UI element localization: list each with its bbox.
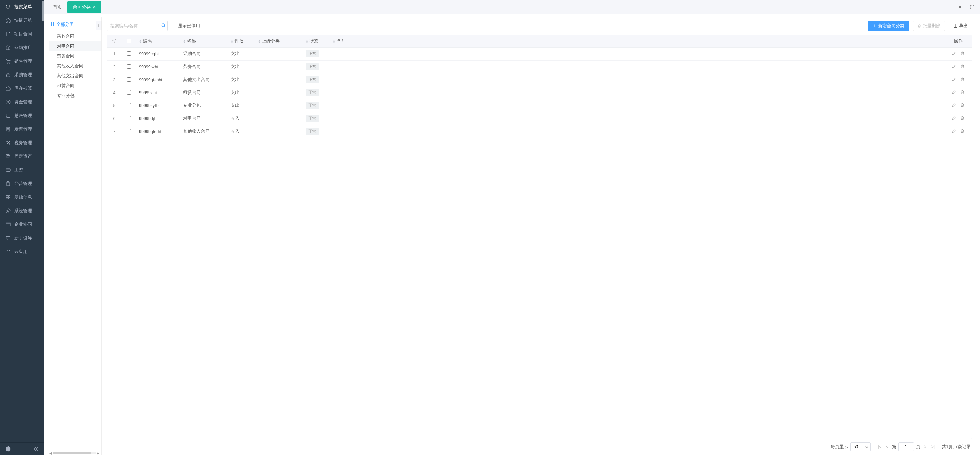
sidebar-item-baseinfo[interactable]: 基础信息 <box>0 190 44 204</box>
category-item[interactable]: 其他支出合同 <box>49 71 102 81</box>
receipt-icon <box>5 127 11 132</box>
row-checkbox[interactable] <box>127 129 131 133</box>
sidebar-collapse-button[interactable] <box>33 446 39 452</box>
category-horizontal-scrollbar[interactable]: ◀ ▶ <box>47 451 102 455</box>
row-checkbox[interactable] <box>127 103 131 108</box>
add-category-button[interactable]: 新增合同分类 <box>868 21 909 31</box>
select-all-checkbox[interactable] <box>127 39 131 43</box>
table-row[interactable]: 599999zyfb专业分包支出正常 <box>107 99 972 112</box>
sidebar-item-quicknav[interactable]: 快捷导航 <box>0 14 44 27</box>
category-item[interactable]: 采购合同 <box>49 32 102 41</box>
export-button[interactable]: 导出 <box>949 21 972 31</box>
search-icon[interactable] <box>161 23 166 29</box>
last-page-button[interactable]: >| <box>930 444 937 449</box>
scroll-right-icon[interactable]: ▶ <box>96 451 100 455</box>
sidebar-item-operation[interactable]: 经营管理 <box>0 177 44 190</box>
sidebar-item-guide[interactable]: 新手引导 <box>0 231 44 245</box>
table-row[interactable]: 799999qtsrht其他收入合同收入正常 <box>107 125 972 138</box>
cell-nature: 支出 <box>227 99 255 112</box>
column-header-nature[interactable]: ▲▼性质 <box>227 35 255 48</box>
delete-button[interactable] <box>960 64 965 70</box>
show-disabled-checkbox[interactable]: 显示已停用 <box>172 23 200 29</box>
sidebar-item-procurement[interactable]: 采购管理 <box>0 68 44 82</box>
cell-remark <box>329 125 945 138</box>
row-checkbox[interactable] <box>127 51 131 56</box>
table-row[interactable]: 199999cght采购合同支出正常 <box>107 48 972 60</box>
row-checkbox[interactable] <box>127 77 131 82</box>
sidebar-item-funds[interactable]: 资金管理 <box>0 95 44 109</box>
edit-button[interactable] <box>952 51 956 57</box>
coin-icon <box>5 99 11 105</box>
prev-page-button[interactable]: < <box>885 444 890 449</box>
sidebar-item-label: 搜索菜单 <box>14 4 32 10</box>
first-page-button[interactable]: |< <box>876 444 883 449</box>
cell-nature: 收入 <box>227 112 255 125</box>
row-checkbox[interactable] <box>127 64 131 69</box>
cell-parent <box>255 60 302 73</box>
column-header-parent[interactable]: ▲▼上级分类 <box>255 35 302 48</box>
sidebar-item-salary[interactable]: 工资 <box>0 163 44 177</box>
sidebar-item-assets[interactable]: 固定资产 <box>0 150 44 163</box>
panel-collapse-button[interactable] <box>95 21 102 30</box>
close-all-tabs-button[interactable] <box>955 2 964 12</box>
sidebar-item-invoice[interactable]: 发票管理 <box>0 122 44 136</box>
tab-contract-category[interactable]: 合同分类 ✕ <box>67 2 102 13</box>
delete-button[interactable] <box>960 90 965 95</box>
sidebar-item-project-contract[interactable]: 项目合同 <box>0 27 44 41</box>
sidebar-item-tax[interactable]: 税务管理 <box>0 136 44 150</box>
table-row[interactable]: 299999lwht劳务合同支出正常 <box>107 60 972 73</box>
settings-button[interactable] <box>5 446 11 452</box>
sidebar-item-sales[interactable]: 销售管理 <box>0 54 44 68</box>
cell-remark <box>329 73 945 86</box>
sidebar-item-label: 销售管理 <box>14 58 32 64</box>
tab-close-icon[interactable]: ✕ <box>92 5 96 10</box>
sidebar-scrollbar[interactable] <box>41 1 44 21</box>
category-item[interactable]: 专业分包 <box>49 91 102 101</box>
sidebar-item-search[interactable]: 搜索菜单 <box>0 0 44 14</box>
column-header-name[interactable]: ▲▼名称 <box>180 35 227 48</box>
sidebar-item-marketing[interactable]: 营销推广 <box>0 41 44 54</box>
column-header-code[interactable]: ▲▼编码 <box>135 35 180 48</box>
edit-button[interactable] <box>952 116 956 121</box>
delete-button[interactable] <box>960 116 965 121</box>
next-page-button[interactable]: > <box>923 444 928 449</box>
delete-button[interactable] <box>960 128 965 134</box>
table-row[interactable]: 699999djht对甲合同收入正常 <box>107 112 972 125</box>
edit-button[interactable] <box>952 103 956 108</box>
sidebar-item-ledger[interactable]: 总账管理 <box>0 109 44 122</box>
edit-button[interactable] <box>952 77 956 82</box>
delete-button[interactable] <box>960 51 965 57</box>
sidebar-item-system[interactable]: 系统管理 <box>0 204 44 218</box>
tab-home[interactable]: 首页 <box>48 2 67 13</box>
tab-label: 首页 <box>53 4 62 10</box>
edit-button[interactable] <box>952 128 956 134</box>
page-size-select[interactable]: 50 <box>850 442 871 451</box>
window-icon <box>5 222 11 227</box>
category-item[interactable]: 劳务合同 <box>49 51 102 61</box>
edit-button[interactable] <box>952 64 956 70</box>
category-item[interactable]: 其他收入合同 <box>49 61 102 71</box>
fullscreen-button[interactable] <box>967 2 977 12</box>
search-input[interactable] <box>107 21 168 31</box>
svg-rect-8 <box>6 155 9 157</box>
sidebar-item-cloud[interactable]: 云应用 <box>0 245 44 258</box>
category-item[interactable]: 租赁合同 <box>49 81 102 91</box>
delete-button[interactable] <box>960 103 965 108</box>
table-row[interactable]: 399999qtzhht其他支出合同支出正常 <box>107 73 972 86</box>
table-row[interactable]: 499999zlht租赁合同支出正常 <box>107 86 972 99</box>
cell-name: 劳务合同 <box>180 60 227 73</box>
category-item[interactable]: 对甲合同 <box>49 41 102 51</box>
page-number-input[interactable] <box>898 442 914 451</box>
edit-button[interactable] <box>952 90 956 95</box>
column-settings-button[interactable] <box>107 35 122 48</box>
category-all-button[interactable]: 全部分类 <box>47 17 102 32</box>
row-checkbox[interactable] <box>127 116 131 120</box>
column-header-remark[interactable]: ▲▼备注 <box>329 35 945 48</box>
column-header-status[interactable]: ▲▼状态 <box>302 35 329 48</box>
sidebar-item-inventory[interactable]: 库存核算 <box>0 82 44 95</box>
row-checkbox[interactable] <box>127 90 131 95</box>
sidebar-item-label: 企业协同 <box>14 221 32 227</box>
sidebar-item-collab[interactable]: 企业协同 <box>0 218 44 231</box>
delete-button[interactable] <box>960 77 965 82</box>
scroll-left-icon[interactable]: ◀ <box>49 451 53 455</box>
